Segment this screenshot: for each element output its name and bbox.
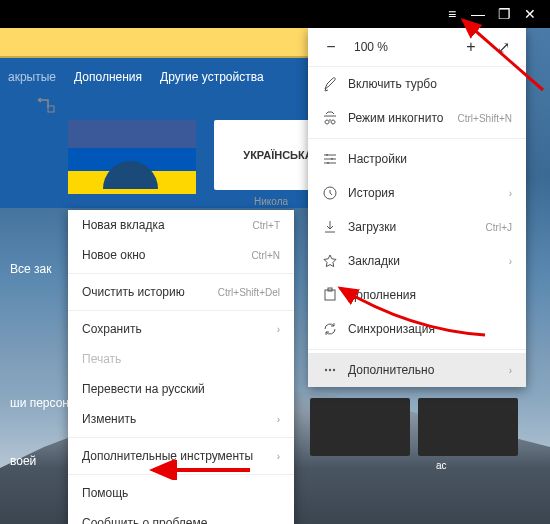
submenu-save-label: Сохранить bbox=[82, 322, 277, 336]
submenu-translate[interactable]: Перевести на русский bbox=[68, 374, 294, 404]
menu-settings-label: Настройки bbox=[348, 152, 512, 166]
submenu-edit[interactable]: Изменить › bbox=[68, 404, 294, 434]
user-label: Никола bbox=[254, 196, 288, 207]
submenu-clear-history-shortcut: Ctrl+Shift+Del bbox=[218, 287, 280, 298]
submenu-save[interactable]: Сохранить › bbox=[68, 314, 294, 344]
zoom-out-button[interactable]: − bbox=[322, 38, 340, 56]
chevron-right-icon: › bbox=[509, 365, 512, 376]
chevron-right-icon: › bbox=[509, 188, 512, 199]
menu-incognito-shortcut: Ctrl+Shift+N bbox=[458, 113, 512, 124]
window-titlebar: ≡ — ❐ ✕ bbox=[432, 0, 550, 28]
zoom-in-button[interactable]: + bbox=[462, 38, 480, 56]
side-bookmarks[interactable]: Все зак bbox=[10, 262, 51, 276]
history-icon bbox=[322, 185, 338, 201]
menu-addons-label: Дополнения bbox=[348, 288, 512, 302]
maximize-button[interactable]: ❐ bbox=[492, 2, 516, 26]
menu-more[interactable]: Дополнительно › bbox=[308, 353, 526, 387]
rocket-icon bbox=[322, 76, 338, 92]
chevron-right-icon: › bbox=[277, 414, 280, 425]
download-icon bbox=[322, 219, 338, 235]
incognito-icon bbox=[322, 110, 338, 126]
tab-links: акрытые Дополнения Другие устройства bbox=[0, 58, 310, 84]
main-menu: − 100 % + ⤢ Включить турбо Режим инкогни… bbox=[308, 28, 526, 387]
sliders-icon bbox=[322, 151, 338, 167]
menu-turbo-label: Включить турбо bbox=[348, 77, 512, 91]
menu-history[interactable]: История › bbox=[308, 176, 526, 210]
sync-icon bbox=[322, 321, 338, 337]
fullscreen-button[interactable]: ⤢ bbox=[494, 38, 512, 56]
dark-tile-1[interactable] bbox=[310, 398, 410, 456]
submenu-new-tab[interactable]: Новая вкладка Ctrl+T bbox=[68, 210, 294, 240]
submenu-clear-history[interactable]: Очистить историю Ctrl+Shift+Del bbox=[68, 277, 294, 307]
menu-more-label: Дополнительно bbox=[348, 363, 499, 377]
submenu-print-label: Печать bbox=[82, 352, 280, 366]
submenu-clear-history-label: Очистить историю bbox=[82, 285, 218, 299]
chevron-right-icon: › bbox=[277, 324, 280, 335]
sub-menu: Новая вкладка Ctrl+T Новое окно Ctrl+N О… bbox=[68, 210, 294, 524]
submenu-dev-tools-label: Дополнительные инструменты bbox=[82, 449, 277, 463]
submenu-report-label: Сообщить о проблеме bbox=[82, 516, 280, 524]
tab-devices[interactable]: Другие устройства bbox=[160, 70, 264, 84]
menu-settings[interactable]: Настройки bbox=[308, 142, 526, 176]
menu-history-label: История bbox=[348, 186, 499, 200]
chevron-right-icon: › bbox=[277, 451, 280, 462]
enter-icon bbox=[36, 98, 56, 114]
submenu-edit-label: Изменить bbox=[82, 412, 277, 426]
menu-downloads-shortcut: Ctrl+J bbox=[486, 222, 512, 233]
zoom-controls: − 100 % + ⤢ bbox=[308, 28, 526, 67]
tab-closed[interactable]: акрытые bbox=[8, 70, 56, 84]
submenu-new-window-shortcut: Ctrl+N bbox=[251, 250, 280, 261]
puzzle-icon bbox=[322, 287, 338, 303]
submenu-new-tab-label: Новая вкладка bbox=[82, 218, 253, 232]
submenu-new-window[interactable]: Новое окно Ctrl+N bbox=[68, 240, 294, 270]
chevron-right-icon: › bbox=[509, 256, 512, 267]
menu-bookmarks[interactable]: Закладки › bbox=[308, 244, 526, 278]
tile-airline[interactable] bbox=[68, 148, 196, 194]
menu-incognito[interactable]: Режим инкогнито Ctrl+Shift+N bbox=[308, 101, 526, 135]
menu-sync[interactable]: Синхронизация bbox=[308, 312, 526, 346]
tab-addons[interactable]: Дополнения bbox=[74, 70, 142, 84]
address-bar-area bbox=[0, 28, 315, 58]
dark-tile-2-label: ас bbox=[436, 460, 447, 471]
svg-point-5 bbox=[329, 369, 331, 371]
dark-tile-2[interactable] bbox=[418, 398, 518, 456]
menu-incognito-label: Режим инкогнито bbox=[348, 111, 448, 125]
side-yours: воей bbox=[10, 454, 36, 468]
submenu-help[interactable]: Помощь bbox=[68, 478, 294, 508]
hamburger-menu-button[interactable]: ≡ bbox=[440, 2, 464, 26]
dots-icon bbox=[322, 362, 338, 378]
menu-bookmarks-label: Закладки bbox=[348, 254, 499, 268]
menu-sync-label: Синхронизация bbox=[348, 322, 512, 336]
star-icon bbox=[322, 253, 338, 269]
close-window-button[interactable]: ✕ bbox=[518, 2, 542, 26]
menu-downloads[interactable]: Загрузки Ctrl+J bbox=[308, 210, 526, 244]
svg-point-6 bbox=[333, 369, 335, 371]
svg-point-4 bbox=[325, 369, 327, 371]
submenu-translate-label: Перевести на русский bbox=[82, 382, 280, 396]
menu-addons[interactable]: Дополнения bbox=[308, 278, 526, 312]
minimize-button[interactable]: — bbox=[466, 2, 490, 26]
menu-downloads-label: Загрузки bbox=[348, 220, 476, 234]
submenu-dev-tools[interactable]: Дополнительные инструменты › bbox=[68, 441, 294, 471]
svg-rect-0 bbox=[48, 106, 54, 112]
menu-turbo[interactable]: Включить турбо bbox=[308, 67, 526, 101]
submenu-new-tab-shortcut: Ctrl+T bbox=[253, 220, 281, 231]
submenu-print[interactable]: Печать bbox=[68, 344, 294, 374]
zoom-value: 100 % bbox=[354, 40, 448, 54]
submenu-report[interactable]: Сообщить о проблеме bbox=[68, 508, 294, 524]
submenu-help-label: Помощь bbox=[82, 486, 280, 500]
submenu-new-window-label: Новое окно bbox=[82, 248, 251, 262]
